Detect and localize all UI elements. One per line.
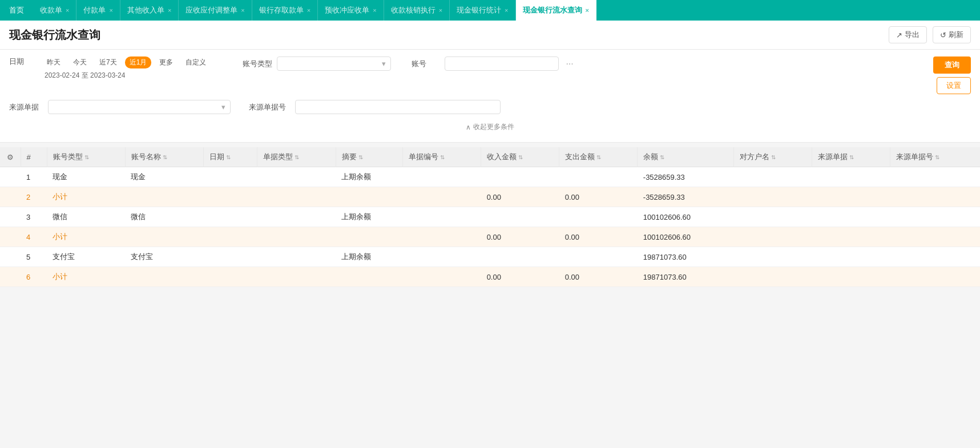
table-row: 5支付宝支付宝上期余额19871073.60 xyxy=(0,247,980,267)
nav-tab-stats[interactable]: 现金银行统计 × xyxy=(450,0,515,21)
chevron-down-icon: ▾ xyxy=(221,103,225,111)
cell-counterpart xyxy=(733,227,812,247)
refresh-button[interactable]: ↺ 刷新 xyxy=(933,26,971,43)
close-icon[interactable]: × xyxy=(307,7,310,14)
cell-balance: -3528659.33 xyxy=(638,187,733,207)
cell-source-doc-no xyxy=(890,207,980,227)
shortcut-more[interactable]: 更多 xyxy=(155,56,178,68)
cell-expense: 0.00 xyxy=(559,227,638,247)
col-account-name[interactable]: 账号名称⇅ xyxy=(125,147,203,167)
cell-index: 1 xyxy=(21,167,47,187)
cell-counterpart xyxy=(733,207,812,227)
cell-gear xyxy=(0,267,21,287)
cell-expense xyxy=(559,247,638,267)
cell-account-name: 现金 xyxy=(125,167,203,187)
cell-balance: -3528659.33 xyxy=(638,167,733,187)
cell-source-doc-no xyxy=(890,187,980,207)
nav-tab-verify[interactable]: 收款核销执行 × xyxy=(384,0,450,21)
col-date[interactable]: 日期⇅ xyxy=(203,147,257,167)
cell-date xyxy=(203,247,257,267)
date-range: 2023-02-24 至 2023-03-24 xyxy=(45,71,211,80)
close-icon[interactable]: × xyxy=(109,7,112,14)
close-icon[interactable]: × xyxy=(168,7,171,14)
col-doc-type[interactable]: 单据类型⇅ xyxy=(257,147,336,167)
col-expense[interactable]: 支出金额⇅ xyxy=(559,147,638,167)
col-source-doc[interactable]: 来源单据⇅ xyxy=(812,147,890,167)
shortcut-custom[interactable]: 自定义 xyxy=(181,56,211,68)
query-button[interactable]: 查询 xyxy=(933,56,971,74)
cell-account-type: 小计 xyxy=(47,267,125,287)
cell-expense: 0.00 xyxy=(559,187,638,207)
close-icon[interactable]: × xyxy=(373,7,376,14)
col-account-type[interactable]: 账号类型⇅ xyxy=(47,147,125,167)
source-doc-no-label: 来源单据号 xyxy=(249,102,286,112)
table-row: 3微信微信上期余额100102606.60 xyxy=(0,207,980,227)
nav-tab-presale[interactable]: 预收冲应收单 × xyxy=(318,0,384,21)
cell-source-doc xyxy=(812,207,890,227)
cell-doc-no xyxy=(403,207,481,227)
col-doc-no[interactable]: 单据编号⇅ xyxy=(403,147,481,167)
cell-income xyxy=(481,247,559,267)
nav-tab-bank[interactable]: 银行存取款单 × xyxy=(252,0,318,21)
cell-balance: 100102606.60 xyxy=(638,207,733,227)
cell-account-type: 微信 xyxy=(47,207,125,227)
col-counterpart[interactable]: 对方户名⇅ xyxy=(733,147,812,167)
export-icon: ↗ xyxy=(896,31,902,39)
nav-tab-other-income[interactable]: 其他收入单 × xyxy=(120,0,179,21)
cell-doc-type xyxy=(257,187,336,207)
cell-doc-type xyxy=(257,227,336,247)
cell-expense: 0.00 xyxy=(559,267,638,287)
export-button[interactable]: ↗ 导出 xyxy=(889,26,927,43)
nav-home[interactable]: 首页 xyxy=(0,0,33,21)
account-type-select[interactable]: ▾ xyxy=(277,56,391,71)
top-nav: 首页 收款单 × 付款单 × 其他收入单 × 应收应付调整单 × 银行存取款单 … xyxy=(0,0,980,21)
col-index: # xyxy=(21,147,47,167)
close-icon[interactable]: × xyxy=(241,7,244,14)
nav-tab-adjustment[interactable]: 应收应付调整单 × xyxy=(179,0,252,21)
cell-account-type: 小计 xyxy=(47,227,125,247)
cell-index: 4 xyxy=(21,227,47,247)
sort-icon: ⇅ xyxy=(163,154,167,160)
collapse-bar[interactable]: ∧ 收起更多条件 xyxy=(9,119,971,135)
col-source-doc-no[interactable]: 来源单据号⇅ xyxy=(890,147,980,167)
sort-icon: ⇅ xyxy=(84,154,89,160)
close-icon[interactable]: × xyxy=(505,7,508,14)
col-income[interactable]: 收入金额⇅ xyxy=(481,147,559,167)
col-balance[interactable]: 余额⇅ xyxy=(638,147,733,167)
collapse-icon: ∧ xyxy=(466,123,471,131)
cell-account-type: 小计 xyxy=(47,187,125,207)
account-input[interactable] xyxy=(445,56,559,71)
shortcut-today[interactable]: 今天 xyxy=(68,56,91,68)
cell-counterpart xyxy=(733,187,812,207)
cell-summary xyxy=(336,187,403,207)
shortcut-7days[interactable]: 近7天 xyxy=(95,56,122,68)
setting-button[interactable]: 设置 xyxy=(937,77,971,94)
shortcut-1month[interactable]: 近1月 xyxy=(125,56,152,68)
account-label: 账号 xyxy=(412,59,440,69)
close-icon[interactable]: × xyxy=(439,7,442,14)
col-summary[interactable]: 摘要⇅ xyxy=(336,147,403,167)
cell-doc-type xyxy=(257,247,336,267)
close-icon[interactable]: × xyxy=(66,7,69,14)
cell-balance: 19871073.60 xyxy=(638,267,733,287)
cell-gear xyxy=(0,227,21,247)
source-doc-select[interactable]: ▾ xyxy=(48,100,231,114)
more-icon[interactable]: ··· xyxy=(566,59,573,69)
nav-tab-shoukuan[interactable]: 收款单 × xyxy=(33,0,76,21)
source-doc-no-input[interactable] xyxy=(295,100,501,114)
cell-source-doc xyxy=(812,227,890,247)
close-icon[interactable]: × xyxy=(586,7,589,14)
cell-gear xyxy=(0,247,21,267)
gear-column-header[interactable]: ⚙ xyxy=(0,147,21,167)
nav-tab-cashflow[interactable]: 现金银行流水查询 × xyxy=(516,0,596,21)
filter-area: 日期 昨天 今天 近7天 近1月 更多 自定义 2023-02-24 至 202… xyxy=(0,50,980,143)
cell-doc-no xyxy=(403,267,481,287)
cell-gear xyxy=(0,207,21,227)
shortcut-yesterday[interactable]: 昨天 xyxy=(42,56,65,68)
nav-tab-fukuan[interactable]: 付款单 × xyxy=(76,0,120,21)
table-container: ⚙ # 账号类型⇅ 账号名称⇅ 日期⇅ 单据类型⇅ 摘要⇅ 单据编 xyxy=(0,147,980,287)
cell-income: 0.00 xyxy=(481,267,559,287)
cell-source-doc-no xyxy=(890,227,980,247)
chevron-down-icon: ▾ xyxy=(382,59,386,68)
cell-source-doc xyxy=(812,187,890,207)
